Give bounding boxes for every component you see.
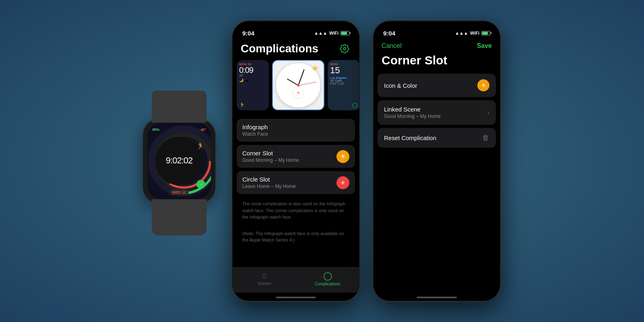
wifi-icon: WiFi bbox=[329, 31, 339, 35]
phone2-frame: 9:04 ▲▲▲ WiFi Cancel Save Corner Slot bbox=[372, 20, 501, 302]
face-left-time: 0:09 bbox=[239, 66, 266, 74]
battery-fill bbox=[341, 32, 347, 35]
setting-row-linked-scene[interactable]: Linked Scene Good Morning – My Home › bbox=[378, 100, 496, 125]
face-right-num: 15 bbox=[330, 66, 357, 75]
chevron-right-icon: › bbox=[487, 109, 489, 116]
face-right-green: ◯ bbox=[352, 102, 357, 108]
watch-activity-icon: 🏃 bbox=[196, 142, 204, 150]
sub-dial: ✳ bbox=[293, 87, 304, 99]
cloud-icon: ☁ bbox=[245, 78, 248, 82]
signal-icon: ▲▲▲ bbox=[314, 31, 327, 35]
face-left-temp: 18° bbox=[239, 74, 266, 77]
phone2-status-bar: 9:04 ▲▲▲ WiFi bbox=[374, 21, 500, 39]
moon-icon: 🌙 bbox=[239, 78, 244, 82]
tab-scenes[interactable]: ⌂ Scenes bbox=[233, 271, 296, 286]
complication-circle-subtitle: Leave Home – My Home bbox=[242, 184, 296, 189]
complication-note1: The circle complication is also used on … bbox=[237, 197, 355, 224]
complication-infograph-subtitle: Watch Face bbox=[242, 131, 268, 137]
icon-color-badge: ☀ bbox=[477, 79, 489, 91]
tab-complications[interactable]: ◯ Complications bbox=[296, 271, 359, 286]
phone2-content: Cancel Save Corner Slot Icon & Color ☀ bbox=[374, 39, 500, 301]
hour-hand bbox=[287, 78, 299, 86]
phone1-title: Complications bbox=[241, 42, 318, 55]
watch-band-top bbox=[152, 91, 206, 123]
phone2-home-indicator bbox=[374, 293, 500, 301]
watch-band-bottom bbox=[152, 199, 206, 235]
tab-bar: ⌂ Scenes ◯ Complications bbox=[233, 267, 359, 293]
linked-scene-subtitle: Good Morning – My Home bbox=[384, 114, 441, 119]
watch-screen: 35% 42° 9:02:02 WED 12 → 🏃 bbox=[147, 123, 211, 199]
phone2-title: Corner Slot bbox=[374, 51, 500, 74]
phone1-frame: 9:04 ▲▲▲ WiFi Complications bbox=[231, 20, 360, 302]
complication-item-circle[interactable]: Circle Slot Leave Home – My Home ✳ bbox=[237, 171, 355, 194]
icon-color-title: Icon & Color bbox=[384, 82, 417, 89]
complications-tab-icon: ◯ bbox=[323, 271, 332, 281]
icon-color-text: Icon & Color bbox=[384, 82, 417, 89]
battery-fill2 bbox=[482, 32, 488, 35]
main-scene: 35% 42° 9:02:02 WED 12 → 🏃 bbox=[143, 20, 501, 302]
complication-corner-title: Corner Slot bbox=[242, 150, 299, 157]
watch-face: 35% 42° 9:02:02 WED 12 → 🏃 bbox=[147, 123, 211, 199]
complication-list: Infograph Watch Face Corner Slot Good Mo… bbox=[233, 119, 359, 267]
second-hand bbox=[298, 82, 316, 85]
complication-circle-text: Circle Slot Leave Home – My Home bbox=[242, 176, 296, 189]
phone2-screen: 9:04 ▲▲▲ WiFi Cancel Save Corner Slot bbox=[374, 21, 500, 301]
complication-item-infograph[interactable]: Infograph Watch Face bbox=[237, 119, 355, 142]
watch-date: WED 12 bbox=[170, 190, 188, 195]
phone2-nav: Cancel Save bbox=[374, 39, 500, 51]
phone1-screen: 9:04 ▲▲▲ WiFi Complications bbox=[233, 21, 359, 301]
save-button[interactable]: Save bbox=[477, 42, 492, 50]
analog-clock: ✳ ☀️ bbox=[276, 63, 320, 107]
watch-faces-strip: MON 15 0:09 18° 🌙 ☁ 🏃 bbox=[233, 60, 359, 112]
scenes-tab-icon: ⌂ bbox=[262, 271, 266, 280]
watch-battery: 35% bbox=[152, 128, 159, 132]
minute-hand bbox=[298, 69, 304, 85]
setting-row-icon-color[interactable]: Icon & Color ☀ bbox=[378, 74, 496, 97]
watch-clock: 9:02:02 bbox=[155, 137, 203, 185]
face-right-city: Los Angeles bbox=[330, 76, 357, 79]
phone1-header: Complications bbox=[233, 39, 359, 60]
spacer bbox=[374, 151, 500, 293]
watch-time: 9:02:02 bbox=[166, 155, 192, 166]
circle-slot-icon[interactable]: ✳ bbox=[336, 176, 349, 189]
complication-infograph-title: Infograph bbox=[242, 124, 268, 130]
battery-icon bbox=[341, 31, 349, 35]
cancel-button[interactable]: Cancel bbox=[382, 42, 402, 50]
complication-infograph-text: Infograph Watch Face bbox=[242, 124, 268, 137]
linked-scene-text: Linked Scene Good Morning – My Home bbox=[384, 106, 441, 119]
signal-icon2: ▲▲▲ bbox=[455, 31, 468, 35]
face-card-left[interactable]: MON 15 0:09 18° 🌙 ☁ 🏃 bbox=[237, 60, 269, 110]
phone1-status-bar: 9:04 ▲▲▲ WiFi bbox=[233, 21, 359, 39]
watch-shortcut-icon: → bbox=[196, 180, 205, 189]
home-bar bbox=[276, 297, 316, 298]
complication-item-corner[interactable]: Corner Slot Good Morning – My Home ☀ bbox=[237, 145, 355, 168]
sub-dial-icon: ✳ bbox=[297, 91, 300, 95]
reset-row[interactable]: Reset Complication 🗑 bbox=[378, 128, 496, 148]
clock-center bbox=[297, 84, 299, 87]
wifi-icon2: WiFi bbox=[470, 31, 479, 35]
clock-sun-icon: ☀️ bbox=[312, 66, 318, 71]
apple-watch: 35% 42° 9:02:02 WED 12 → 🏃 bbox=[143, 119, 215, 203]
phone2-time: 9:04 bbox=[383, 30, 395, 37]
complication-note2: (Note: The Infograph watch face is only … bbox=[237, 227, 355, 247]
face-card-center[interactable]: ✳ ☀️ bbox=[272, 60, 324, 110]
face-card-right[interactable]: MON 15 Los Angeles 18° Clear H:22° L:15°… bbox=[328, 60, 359, 110]
trash-icon: 🗑 bbox=[482, 134, 489, 142]
linked-scene-title: Linked Scene bbox=[384, 106, 441, 113]
phone1-content: Complications MON 15 0:09 18° bbox=[233, 39, 359, 301]
complication-circle-title: Circle Slot bbox=[242, 176, 296, 183]
gear-icon bbox=[340, 44, 349, 54]
reset-title: Reset Complication bbox=[384, 134, 436, 141]
corner-slot-icon[interactable]: ☀ bbox=[336, 150, 349, 163]
complication-corner-subtitle: Good Morning – My Home bbox=[242, 157, 299, 163]
settings-button[interactable] bbox=[338, 42, 351, 55]
battery-icon2 bbox=[481, 31, 490, 35]
phone1-status-icons: ▲▲▲ WiFi bbox=[314, 31, 349, 35]
scenes-tab-label: Scenes bbox=[258, 281, 271, 286]
face-left-activity: 🏃 bbox=[239, 102, 245, 108]
face-right-weather1: 18° Clear bbox=[330, 79, 357, 82]
watch-temp: 42° bbox=[200, 128, 206, 132]
icon-color-right: ☀ bbox=[477, 79, 489, 91]
complication-corner-text: Corner Slot Good Morning – My Home bbox=[242, 150, 299, 163]
phone1-home-indicator bbox=[233, 293, 359, 301]
